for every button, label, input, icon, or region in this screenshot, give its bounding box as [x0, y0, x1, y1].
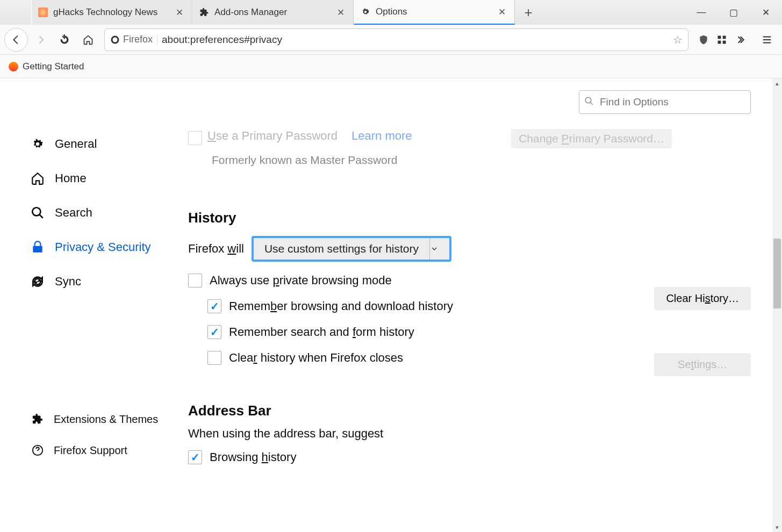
minimize-button[interactable]: — [685, 7, 718, 18]
app-menu-button[interactable] [756, 29, 778, 51]
history-settings-button[interactable]: Settings… [654, 353, 751, 376]
puzzle-icon [30, 412, 45, 427]
history-buttons: Clear History… Settings… [654, 287, 751, 376]
firefox-favicon [9, 62, 18, 71]
sync-icon [30, 274, 45, 289]
sidebar-item-label: Privacy & Security [55, 240, 151, 254]
history-heading: History [188, 210, 756, 226]
remember-search-label: Remember search and form history [229, 325, 414, 339]
home-icon [30, 171, 45, 186]
always-private-label: Always use private browsing mode [210, 274, 392, 287]
tab-close-icon[interactable]: ✕ [335, 5, 347, 20]
toolbar-extensions [694, 34, 750, 45]
home-button[interactable] [77, 29, 99, 51]
search-icon [30, 205, 45, 220]
tab-addons[interactable]: Add-ons Manager ✕ [192, 0, 354, 25]
find-in-options-input[interactable] [579, 90, 751, 114]
scroll-up-icon[interactable]: ▴ [772, 78, 782, 88]
firefox-logo-icon [110, 35, 120, 45]
sidebar-bottom: Extensions & Themes Firefox Support [30, 407, 188, 532]
scroll-down-icon[interactable]: ▾ [772, 522, 782, 532]
tab-close-icon[interactable]: ✕ [174, 5, 185, 20]
scroll-thumb[interactable] [773, 239, 781, 308]
svg-point-8 [585, 97, 591, 103]
sidebar-item-search[interactable]: Search [30, 201, 188, 225]
sidebar-item-label: Search [55, 206, 92, 220]
preferences-main: Use a Primary Password Learn more Change… [188, 78, 772, 532]
shield-icon[interactable] [698, 34, 709, 45]
scroll-track[interactable] [772, 88, 782, 522]
vertical-scrollbar[interactable]: ▴ ▾ [772, 78, 782, 532]
content-area: General Home Search Privacy & Security [0, 78, 782, 532]
ghacks-favicon [38, 8, 48, 17]
sidebar-item-label: General [55, 137, 97, 151]
url-input[interactable] [162, 34, 669, 46]
new-tab-button[interactable]: + [515, 0, 542, 25]
grid-icon[interactable] [716, 34, 727, 45]
learn-more-link[interactable]: Learn more [351, 129, 412, 143]
svg-point-1 [113, 37, 118, 42]
remember-browsing-checkbox[interactable] [207, 299, 221, 313]
lock-icon [30, 240, 45, 255]
puzzle-icon [199, 8, 209, 17]
formerly-known-note: Formerly known as Master Password [212, 154, 672, 167]
sidebar-item-label: Firefox Support [54, 444, 127, 457]
tab-strip: gHacks Technology News ✕ Add-ons Manager… [0, 0, 782, 25]
svg-rect-2 [718, 35, 721, 39]
history-mode-dropdown[interactable]: Use custom settings for history [252, 236, 451, 262]
history-mode-row: Firefox will Use custom settings for his… [188, 236, 756, 262]
reload-button[interactable] [54, 29, 75, 51]
plus-icon: + [524, 4, 532, 21]
suggest-history-checkbox[interactable] [188, 450, 202, 464]
overflow-icon[interactable] [735, 34, 745, 45]
clear-on-close-label: Clear history when Firefox closes [229, 351, 403, 365]
remember-browsing-label: Remember browsing and download history [229, 299, 453, 313]
back-button[interactable] [4, 28, 28, 52]
svg-point-6 [32, 207, 40, 215]
address-bar-heading: Address Bar [188, 402, 756, 419]
tab-label: Add-ons Manager [214, 7, 335, 18]
sidebar-item-sync[interactable]: Sync [30, 270, 188, 293]
passwords-section: Use a Primary Password Learn more Change… [188, 129, 672, 167]
suggest-history-label: Browsing history [210, 450, 296, 464]
remember-search-checkbox[interactable] [207, 325, 221, 339]
preferences-sidebar: General Home Search Privacy & Security [0, 78, 188, 532]
always-private-row: Always use private browsing mode [188, 274, 756, 287]
clear-history-button[interactable]: Clear History… [654, 287, 751, 310]
tab-ghacks[interactable]: gHacks Technology News ✕ [31, 0, 192, 25]
tab-label: Options [376, 6, 496, 17]
always-private-checkbox[interactable] [188, 274, 202, 287]
sidebar-item-support[interactable]: Firefox Support [30, 438, 188, 462]
bookmark-getting-started[interactable]: Getting Started [9, 61, 84, 72]
sidebar-item-general[interactable]: General [30, 132, 188, 156]
forward-button[interactable] [30, 29, 52, 51]
sidebar-item-privacy[interactable]: Privacy & Security [30, 235, 188, 259]
find-in-options [579, 90, 751, 114]
question-icon [30, 443, 45, 458]
search-icon [584, 96, 594, 106]
bookmark-star-icon[interactable]: ☆ [673, 33, 683, 46]
tab-close-icon[interactable]: ✕ [496, 4, 508, 20]
svg-rect-3 [723, 35, 726, 39]
firefox-will-label: Firefox will [188, 242, 244, 256]
use-primary-password-label: Use a Primary Password [207, 129, 338, 143]
bookmark-label: Getting Started [23, 61, 84, 72]
url-bar[interactable]: Firefox ☆ [104, 28, 688, 51]
dropdown-selected-label: Use custom settings for history [254, 242, 429, 255]
maximize-button[interactable]: ▢ [718, 7, 750, 18]
bookmarks-toolbar: Getting Started [0, 55, 782, 78]
nav-toolbar: Firefox ☆ [0, 25, 782, 55]
clear-on-close-checkbox[interactable] [207, 351, 221, 365]
sidebar-item-home[interactable]: Home [30, 167, 188, 190]
close-window-button[interactable]: ✕ [750, 7, 782, 18]
sidebar-item-extensions[interactable]: Extensions & Themes [30, 407, 188, 431]
svg-rect-4 [718, 40, 721, 44]
chevron-down-icon[interactable] [430, 245, 449, 253]
tab-options[interactable]: Options ✕ [354, 0, 515, 25]
preferences-page: General Home Search Privacy & Security [0, 78, 772, 532]
address-bar-subtitle: When using the address bar, suggest [188, 427, 756, 441]
identity-box[interactable]: Firefox [110, 34, 157, 45]
change-primary-password-button[interactable]: Change Primary Password… [511, 129, 672, 148]
sidebar-item-label: Sync [55, 275, 81, 289]
use-primary-password-checkbox[interactable] [188, 131, 202, 145]
